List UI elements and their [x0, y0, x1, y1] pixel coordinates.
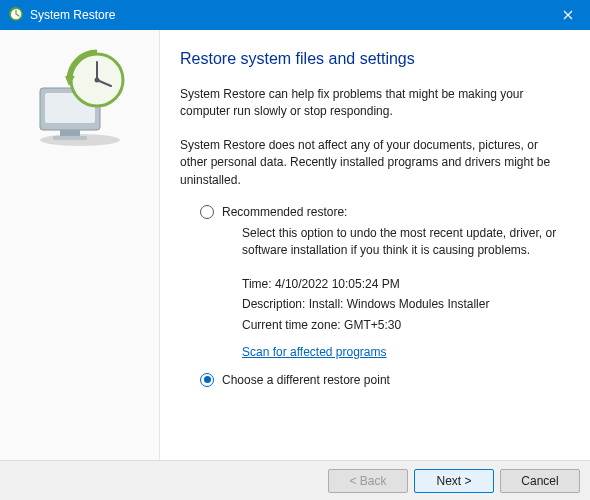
system-restore-icon [8, 6, 24, 25]
sidebar [0, 30, 160, 460]
content-area: Restore system files and settings System… [160, 30, 590, 460]
restore-point-details: Time: 4/10/2022 10:05:24 PM Description:… [242, 274, 562, 335]
window-title: System Restore [30, 8, 545, 22]
timezone-value: GMT+5:30 [344, 318, 401, 332]
description-row: Description: Install: Windows Modules In… [242, 294, 562, 314]
close-button[interactable] [545, 0, 590, 30]
recommended-label: Recommended restore: [222, 205, 347, 219]
restore-options: Recommended restore: Select this option … [180, 205, 562, 387]
time-label: Time: [242, 277, 272, 291]
description-label: Description: [242, 297, 305, 311]
wizard-footer: < Back Next > Cancel [0, 460, 590, 500]
intro-paragraph-1: System Restore can help fix problems tha… [180, 86, 562, 121]
scan-affected-programs-link[interactable]: Scan for affected programs [242, 345, 387, 359]
svg-rect-6 [53, 136, 87, 140]
recommended-restore-option[interactable]: Recommended restore: [200, 205, 562, 219]
page-heading: Restore system files and settings [180, 50, 562, 68]
radio-unselected-icon [200, 205, 214, 219]
different-restore-point-option[interactable]: Choose a different restore point [200, 373, 562, 387]
svg-point-10 [94, 78, 99, 83]
recommended-description: Select this option to undo the most rece… [242, 225, 562, 260]
timezone-label: Current time zone: [242, 318, 341, 332]
wizard-body: Restore system files and settings System… [0, 30, 590, 460]
restore-illustration-icon [25, 48, 135, 151]
back-button: < Back [328, 469, 408, 493]
intro-paragraph-2: System Restore does not affect any of yo… [180, 137, 562, 189]
cancel-button[interactable]: Cancel [500, 469, 580, 493]
svg-rect-5 [60, 130, 80, 136]
time-row: Time: 4/10/2022 10:05:24 PM [242, 274, 562, 294]
timezone-row: Current time zone: GMT+5:30 [242, 315, 562, 335]
description-value: Install: Windows Modules Installer [309, 297, 490, 311]
time-value: 4/10/2022 10:05:24 PM [275, 277, 400, 291]
next-button[interactable]: Next > [414, 469, 494, 493]
radio-selected-icon [200, 373, 214, 387]
different-label: Choose a different restore point [222, 373, 390, 387]
titlebar: System Restore [0, 0, 590, 30]
